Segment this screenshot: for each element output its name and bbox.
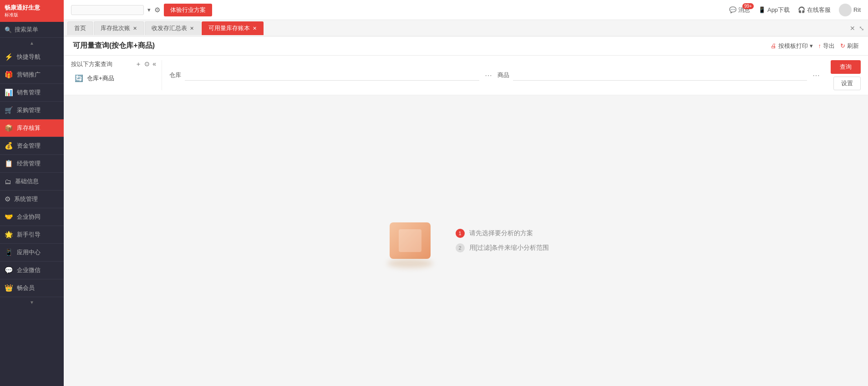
member-icon: 👑 (5, 284, 13, 292)
settings-scheme-icon[interactable]: ⊙ (144, 60, 150, 68)
print-button[interactable]: 🖨 按模板打印 ▾ (771, 42, 813, 50)
page-header-actions: 🖨 按模板打印 ▾ ↑ 导出 ↻ 刷新 (771, 42, 859, 50)
sidebar-label-basic-info: 基础信息 (15, 177, 39, 185)
avatar-image (839, 4, 852, 16)
message-badge: 99+ (742, 3, 754, 9)
collapse-scheme-icon[interactable]: « (152, 60, 156, 68)
app-name: 畅康通好生意 (5, 4, 59, 12)
tab-available-inventory[interactable]: 可用量库存账本 ✕ (202, 21, 264, 35)
empty-icon (383, 213, 437, 268)
sidebar-scroll-down[interactable]: ▼ (0, 297, 64, 308)
filter-button-group: 查询 设置 (825, 60, 861, 90)
page-title: 可用量查询(按仓库+商品) (73, 41, 155, 51)
online-service-label: 在线客服 (807, 6, 831, 14)
search-icon: 🔍 (5, 26, 12, 33)
tab-batch-account-close[interactable]: ✕ (133, 26, 137, 31)
empty-tip-1: 1 请先选择要分析的方案 (456, 229, 549, 238)
topbar: ▾ ⚙ 体验行业方案 💬 99+ 消息 📱 App下载 🎧 在线客服 Rit (64, 0, 868, 20)
sidebar-item-finance[interactable]: 💰 资金管理 (0, 137, 64, 155)
sidebar-item-operations[interactable]: 📋 经营管理 (0, 155, 64, 173)
refresh-button[interactable]: ↻ 刷新 (840, 42, 859, 50)
empty-box-graphic (390, 222, 431, 259)
tab-batch-account-label: 库存批次账 (101, 24, 130, 32)
window-expand-btn[interactable]: ⤡ (859, 25, 864, 32)
basic-info-icon: 🗂 (5, 178, 11, 185)
sidebar: 畅康通好生意 标准版 🔍 搜索菜单 ▲ ⚡ 快捷导航 🎁 营销推广 📊 销售管理… (0, 0, 64, 386)
add-scheme-icon[interactable]: ＋ (135, 60, 142, 68)
topbar-dropdown-arrow[interactable]: ▾ (147, 6, 151, 13)
product-more-icon[interactable]: ⋯ (812, 71, 820, 80)
message-icon-container[interactable]: 💬 99+ 消息 (729, 6, 750, 14)
sidebar-item-guide[interactable]: 🌟 新手引导 (0, 226, 64, 244)
setting-button[interactable]: 设置 (833, 77, 861, 90)
warehouse-field-input[interactable] (185, 70, 479, 81)
tip-text-2: 用[过滤]条件来缩小分析范围 (469, 244, 549, 252)
sidebar-item-enterprise[interactable]: 🤝 企业协同 (0, 208, 64, 226)
sidebar-label-sales: 销售管理 (17, 88, 41, 97)
sidebar-item-marketing[interactable]: 🎁 营销推广 (0, 66, 64, 84)
tab-home[interactable]: 首页 (67, 21, 93, 35)
topbar-search-input[interactable] (71, 5, 144, 15)
industry-solution-button[interactable]: 体验行业方案 (164, 4, 212, 16)
sidebar-item-quick-nav[interactable]: ⚡ 快捷导航 (0, 48, 64, 66)
sidebar-item-member[interactable]: 👑 畅会员 (0, 279, 64, 297)
product-field-input[interactable] (513, 70, 807, 81)
sidebar-item-system[interactable]: ⚙ 系统管理 (0, 190, 64, 208)
tab-receive-summary[interactable]: 收发存汇总表 ✕ (145, 21, 201, 35)
scheme-warehouse-product[interactable]: 🔄 仓库+商品 (71, 72, 156, 85)
tab-batch-account[interactable]: 库存批次账 ✕ (94, 21, 144, 35)
sidebar-item-purchase[interactable]: 🛒 采购管理 (0, 102, 64, 119)
tabs-window-controls: ✕ ⤡ (850, 25, 864, 32)
wechat-icon: 💬 (5, 266, 13, 274)
sidebar-label-finance: 资金管理 (17, 142, 41, 150)
filter-area: 按以下方案查询 ＋ ⊙ « 🔄 仓库+商品 仓库 (64, 56, 868, 95)
filter-scheme-header: 按以下方案查询 ＋ ⊙ « (71, 60, 156, 68)
sidebar-item-wechat[interactable]: 💬 企业微信 (0, 262, 64, 279)
tab-receive-summary-label: 收发存汇总表 (152, 24, 187, 32)
print-dropdown-arrow[interactable]: ▾ (810, 42, 813, 49)
marketing-icon: 🎁 (5, 71, 13, 79)
online-service-link[interactable]: 🎧 在线客服 (798, 6, 831, 14)
scroll-up-arrow[interactable]: ▲ (29, 40, 35, 46)
refresh-icon: ↻ (840, 42, 845, 49)
tabs-bar: 首页 库存批次账 ✕ 收发存汇总表 ✕ 可用量库存账本 ✕ ✕ ⤡ (64, 20, 868, 36)
sidebar-item-sales[interactable]: 📊 销售管理 (0, 84, 64, 102)
product-field-label: 商品 (497, 71, 509, 79)
scheme-item-icon: 🔄 (75, 74, 83, 82)
sidebar-item-app-center[interactable]: 📱 应用中心 (0, 244, 64, 262)
app-download-icon: 📱 (758, 6, 766, 13)
sidebar-label-system: 系统管理 (14, 195, 38, 203)
topbar-gear-icon[interactable]: ⚙ (154, 6, 160, 14)
search-menu-label: 搜索菜单 (15, 26, 38, 34)
tab-receive-summary-close[interactable]: ✕ (190, 26, 194, 31)
topbar-left: ▾ ⚙ 体验行业方案 (71, 4, 212, 16)
warehouse-more-icon[interactable]: ⋯ (485, 71, 492, 80)
sidebar-search[interactable]: 🔍 搜索菜单 (0, 22, 64, 38)
scroll-down-arrow[interactable]: ▼ (29, 299, 35, 306)
user-avatar[interactable]: Rit (839, 4, 861, 16)
window-close-btn[interactable]: ✕ (850, 25, 855, 32)
sidebar-item-basic-info[interactable]: 🗂 基础信息 (0, 173, 64, 190)
filter-row-1: 仓库 ⋯ 商品 ⋯ 查询 设置 (169, 60, 861, 90)
tab-available-inventory-close[interactable]: ✕ (253, 26, 257, 31)
sidebar-label-app-center: 应用中心 (17, 248, 41, 257)
scheme-action-icons: ＋ ⊙ « (135, 60, 156, 68)
content-area: 可用量查询(按仓库+商品) 🖨 按模板打印 ▾ ↑ 导出 ↻ 刷新 (64, 36, 868, 386)
filter-scheme-panel: 按以下方案查询 ＋ ⊙ « 🔄 仓库+商品 (71, 60, 162, 90)
sidebar-label-purchase: 采购管理 (17, 106, 41, 114)
enterprise-icon: 🤝 (5, 213, 13, 221)
sidebar-scroll-up[interactable]: ▲ (0, 38, 64, 48)
filter-field-warehouse: 仓库 ⋯ (169, 70, 492, 81)
tip-num-1: 1 (456, 229, 465, 238)
scheme-label: 按以下方案查询 (71, 60, 112, 68)
export-button[interactable]: ↑ 导出 (818, 42, 835, 50)
sidebar-label-marketing: 营销推广 (17, 71, 41, 79)
query-button[interactable]: 查询 (831, 60, 861, 74)
app-download-link[interactable]: 📱 App下载 (758, 6, 790, 14)
filter-fields-panel: 仓库 ⋯ 商品 ⋯ 查询 设置 (162, 60, 861, 90)
sidebar-label-member: 畅会员 (17, 284, 35, 292)
tab-available-inventory-label: 可用量库存账本 (208, 24, 250, 32)
sidebar-label-enterprise: 企业协同 (17, 213, 41, 221)
scheme-item-label: 仓库+商品 (87, 74, 114, 82)
sidebar-item-inventory[interactable]: 📦 库存核算 (0, 119, 64, 137)
